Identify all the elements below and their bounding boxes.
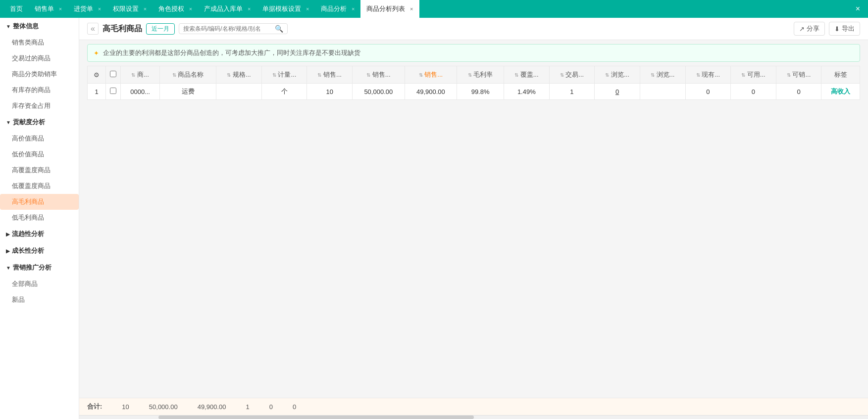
sort-icon-transaction: ⇅ — [560, 72, 564, 78]
sidebar-item-all-goods[interactable]: 全部商品 — [0, 276, 79, 292]
nav-analysis-list[interactable]: 商品分析列表 × — [360, 0, 419, 18]
cell-name: 运费 — [159, 84, 216, 100]
sidebar-item-traded-goods[interactable]: 交易过的商品 — [0, 50, 79, 66]
sort-icon-spec: ⇅ — [227, 72, 231, 78]
th-sales-amt[interactable]: ⇅ 销售... — [353, 66, 405, 84]
th-stock[interactable]: ⇅ 现有... — [685, 66, 731, 84]
close-all-tabs[interactable]: × — [852, 4, 864, 13]
th-view2[interactable]: ⇅ 浏览... — [640, 66, 685, 84]
sidebar-item-category-rate[interactable]: 商品分类助销率 — [0, 66, 79, 82]
sidebar-item-low-value[interactable]: 低价值商品 — [0, 146, 79, 162]
sort-icon-salesamt: ⇅ — [366, 72, 370, 78]
content-header: « 高毛利商品 近一月 🔍 ↗ 分享 ⬇ 导出 — [79, 18, 868, 40]
sidebar-item-stock-capital[interactable]: 库存资金占用 — [0, 98, 79, 114]
th-tag[interactable]: 标签 — [821, 66, 860, 84]
share-button[interactable]: ↗ 分享 — [794, 22, 825, 36]
arrow-overall: ▼ — [6, 24, 11, 29]
nav-permission[interactable]: 权限设置 × — [107, 0, 153, 18]
settings-icon[interactable]: ⚙ — [94, 71, 100, 79]
th-unit[interactable]: ⇅ 计量... — [261, 66, 307, 84]
info-bar: ✦ 企业的主要的利润都是这部分商品创造的，可考虑加大推广，同时关注库存是不要出现… — [87, 44, 860, 62]
th-saleable[interactable]: ⇅ 可销... — [776, 66, 821, 84]
th-settings[interactable]: ⚙ — [88, 66, 106, 84]
nav-template[interactable]: 单据模板设置 × — [256, 0, 315, 18]
content-area: « 高毛利商品 近一月 🔍 ↗ 分享 ⬇ 导出 ✦ 企业的主要的利润都是这部 — [79, 18, 868, 419]
close-sales-tab[interactable]: × — [59, 6, 62, 12]
sidebar-group-contribution[interactable]: ▼ 贡献度分析 — [0, 114, 79, 131]
sidebar-item-high-margin[interactable]: 高毛利商品 — [0, 194, 79, 210]
nav-product-in[interactable]: 产成品入库单 × — [198, 0, 256, 18]
footer-sales-cost: 49,900.00 — [198, 403, 226, 411]
sidebar-item-in-stock[interactable]: 有库存的商品 — [0, 82, 79, 98]
export-button[interactable]: ⬇ 导出 — [829, 22, 860, 36]
close-permission-tab[interactable]: × — [144, 6, 147, 12]
th-code[interactable]: ⇅ 商... — [121, 66, 160, 84]
footer-sales-amt: 50,000.00 — [149, 403, 178, 411]
th-name[interactable]: ⇅ 商品名称 — [159, 66, 216, 84]
cell-checkbox[interactable] — [106, 84, 121, 100]
table-header-row: ⚙ ⇅ 商... ⇅ 商品名称 — [88, 66, 860, 84]
sidebar-item-low-coverage[interactable]: 低覆盖度商品 — [0, 178, 79, 194]
cell-saleable: 0 — [776, 84, 821, 100]
page-title: 高毛利商品 — [102, 24, 142, 34]
nav-sales[interactable]: 销售单 × — [29, 0, 68, 18]
nav-role[interactable]: 角色授权 × — [153, 0, 198, 18]
sidebar-group-overall[interactable]: ▼ 整体信息 — [0, 18, 79, 35]
arrow-marketing: ▼ — [6, 265, 11, 271]
scrollbar-thumb[interactable] — [158, 416, 474, 419]
th-view1[interactable]: ⇅ 浏览... — [595, 66, 640, 84]
footer-bar: 合计: 10 50,000.00 49,900.00 1 0 0 — [79, 398, 868, 415]
cell-sales-qty: 10 — [307, 84, 353, 100]
cell-num: 1 — [88, 84, 106, 100]
nav-purchase[interactable]: 进货单 × — [68, 0, 107, 18]
sidebar-item-low-margin[interactable]: 低毛利商品 — [0, 210, 79, 226]
th-sales-cost[interactable]: ⇅ 销售... — [405, 66, 457, 84]
select-all-checkbox[interactable] — [110, 71, 116, 77]
search-input[interactable] — [183, 25, 275, 32]
close-analysis-tab[interactable]: × — [352, 6, 355, 12]
cell-view1[interactable]: 0 — [595, 84, 640, 100]
cell-sales-cost: 49,900.00 — [405, 84, 457, 100]
close-product-in-tab[interactable]: × — [248, 6, 251, 12]
sidebar-group-marketing[interactable]: ▼ 营销推广分析 — [0, 259, 79, 276]
table-container[interactable]: ⚙ ⇅ 商... ⇅ 商品名称 — [79, 66, 868, 398]
cell-tag: 高收入 — [821, 84, 860, 100]
arrow-contribution: ▼ — [6, 120, 11, 125]
close-purchase-tab[interactable]: × — [98, 6, 101, 12]
sidebar-item-high-coverage[interactable]: 高覆盖度商品 — [0, 162, 79, 178]
th-margin[interactable]: ⇅ 毛利率 — [457, 66, 504, 84]
close-analysis-list-tab[interactable]: × — [410, 6, 413, 12]
cell-transaction: 1 — [549, 84, 595, 100]
share-icon: ↗ — [799, 25, 805, 33]
date-filter-button[interactable]: 近一月 — [146, 23, 175, 35]
sidebar-item-new-goods[interactable]: 新品 — [0, 292, 79, 308]
table-row: 1 0000... 运费 个 10 50,000.00 49,900.00 99… — [88, 84, 860, 100]
close-role-tab[interactable]: × — [189, 6, 192, 12]
main-layout: ▼ 整体信息 销售类商品 交易过的商品 商品分类助销率 有库存的商品 库存资金占… — [0, 18, 868, 419]
search-icon[interactable]: 🔍 — [275, 25, 283, 33]
th-transaction[interactable]: ⇅ 交易... — [549, 66, 595, 84]
sidebar-item-sales-goods[interactable]: 销售类商品 — [0, 35, 79, 50]
collapse-sidebar-btn[interactable]: « — [87, 23, 99, 35]
th-spec[interactable]: ⇅ 规格... — [216, 66, 262, 84]
th-available[interactable]: ⇅ 可用... — [731, 66, 776, 84]
close-template-tab[interactable]: × — [306, 6, 309, 12]
arrow-trend: ▶ — [6, 232, 10, 237]
th-checkbox[interactable] — [106, 66, 121, 84]
sort-icon-saleable: ⇅ — [787, 72, 791, 78]
sort-icon-salesqty: ⇅ — [317, 72, 321, 78]
info-text: 企业的主要的利润都是这部分商品创造的，可考虑加大推广，同时关注库存是不要出现缺货 — [103, 48, 360, 57]
th-sales-qty[interactable]: ⇅ 销售... — [307, 66, 353, 84]
nav-analysis[interactable]: 商品分析 × — [315, 0, 360, 18]
sort-icon-available: ⇅ — [741, 72, 745, 78]
bottom-scrollbar[interactable] — [79, 415, 868, 419]
sidebar-group-growth[interactable]: ▶ 成长性分析 — [0, 242, 79, 259]
nav-home[interactable]: 首页 — [4, 0, 29, 18]
data-table: ⚙ ⇅ 商... ⇅ 商品名称 — [87, 66, 860, 100]
row-checkbox[interactable] — [110, 88, 116, 94]
sidebar-group-trend[interactable]: ▶ 流趋性分析 — [0, 226, 79, 242]
info-icon: ✦ — [94, 49, 99, 57]
sidebar-item-high-value[interactable]: 高价值商品 — [0, 131, 79, 146]
th-coverage[interactable]: ⇅ 覆盖... — [504, 66, 550, 84]
sort-icon-coverage: ⇅ — [514, 72, 518, 78]
